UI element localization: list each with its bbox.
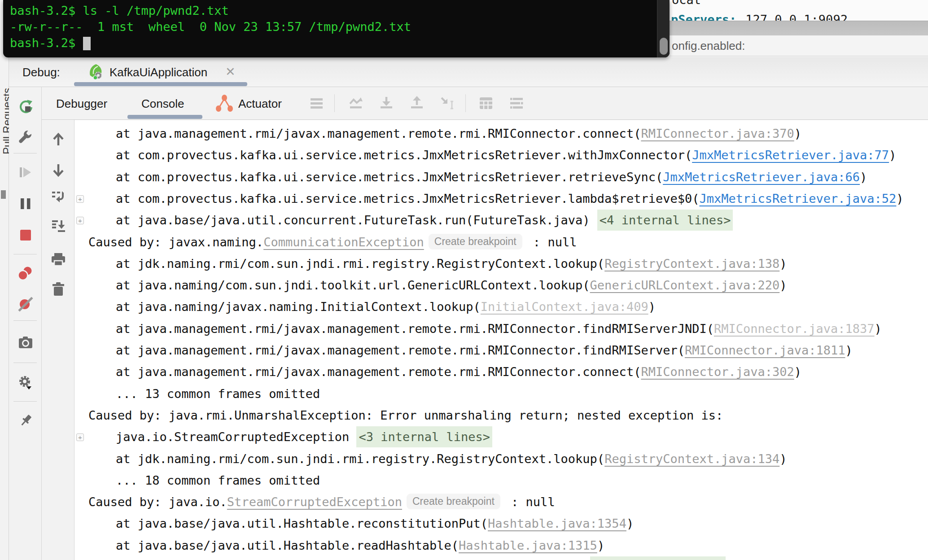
stack-trace-line: at java.base/java.util.concurrent.Future…: [116, 210, 733, 231]
close-icon[interactable]: ✕: [225, 65, 236, 79]
toolbar-separator: [13, 254, 37, 254]
stack-text: at java.naming/javax.naming.InitialConte…: [116, 300, 481, 314]
pause-icon[interactable]: [18, 196, 34, 212]
stack-trace-line: at java.management.rmi/javax.management.…: [116, 361, 801, 383]
source-link[interactable]: JmxMetricsRetriever.java:77: [692, 148, 889, 162]
evaluate-grid-icon[interactable]: [478, 95, 494, 111]
source-link[interactable]: Hashtable.java:1354: [488, 516, 626, 530]
stack-text: ): [779, 452, 787, 466]
stack-trace-line: at jdk.naming.rmi/com.sun.jndi.rmi.regis…: [116, 253, 787, 275]
tab-kafkauiapplication[interactable]: KafkaUiApplication ✕: [72, 57, 248, 87]
toolbar-separator: [13, 401, 37, 402]
soft-wrap-icon[interactable]: [50, 189, 66, 205]
toolbar-separator: [13, 320, 37, 321]
stack-trace-line: at jdk.naming.rmi/com.sun.jndi.rmi.regis…: [116, 448, 787, 470]
options-menu-icon[interactable]: [309, 95, 325, 111]
print-icon[interactable]: [50, 252, 66, 268]
caused-by-line: Caused by: java.rmi.UnmarshalException: …: [88, 405, 723, 426]
stack-text: at java.base/java.util.concurrent.Future…: [116, 213, 597, 227]
stack-text: ): [845, 343, 853, 357]
source-link[interactable]: RegistryContext.java:138: [604, 257, 779, 271]
toolbar-separator: [334, 94, 335, 112]
rerun-icon[interactable]: [18, 99, 34, 115]
stack-text: at java.base/java.util.Hashtable.readHas…: [116, 538, 459, 552]
mute-breakpoints-icon[interactable]: [18, 296, 34, 312]
jump-to-source-icon[interactable]: [348, 95, 364, 111]
exception-line: java.io.StreamCorruptedException <3 inte…: [116, 426, 492, 448]
scroll-to-end-icon[interactable]: [50, 219, 66, 235]
spring-boot-icon: [88, 63, 104, 80]
fold-expand-icon[interactable]: +: [76, 217, 84, 224]
source-link[interactable]: RegistryContext.java:134: [604, 452, 779, 466]
stack-text: java.io.StreamCorruptedException: [116, 430, 356, 444]
pin-icon[interactable]: [18, 413, 34, 429]
stack-text: Caused by: javax.naming.: [88, 235, 263, 249]
source-link[interactable]: InitialContext.java:409: [481, 300, 648, 314]
stack-text: ): [860, 170, 867, 184]
scroll-up-icon[interactable]: [409, 95, 425, 111]
stop-icon[interactable]: [18, 227, 34, 243]
tab-debugger[interactable]: Debugger: [56, 97, 107, 111]
tool-window-bar: Pull Requests: [0, 57, 9, 560]
settings-gear-icon[interactable]: [18, 375, 34, 391]
stack-text: ): [794, 365, 801, 379]
view-breakpoints-icon[interactable]: [18, 266, 34, 282]
stack-text: ): [889, 148, 896, 162]
debugger-actions-toolbar: [9, 87, 42, 560]
stack-text: at com.provectus.kafka.ui.service.metric…: [116, 170, 663, 184]
stack-text: ): [779, 278, 787, 292]
terminal-prompt: bash-3.2$: [10, 36, 83, 50]
debugger-tabs-bar: Debugger Console Actuator: [42, 87, 928, 120]
terminal-window[interactable]: bash-3.2$ ls -l /tmp/pwnd2.txt -rw-r--r-…: [3, 0, 670, 57]
source-link[interactable]: Hashtable.java:1315: [459, 538, 597, 552]
debug-label: Debug:: [22, 66, 60, 79]
create-breakpoint-badge[interactable]: Create breakpoint: [407, 494, 500, 509]
terminal-output-line: -rw-r--r-- 1 mst wheel 0 Nov 23 13:57 /t…: [10, 20, 411, 34]
navigate-to-caret-icon[interactable]: [439, 95, 455, 111]
terminal-scrollbar-thumb[interactable]: [660, 38, 668, 55]
stack-text: at java.naming/com.sun.jndi.toolkit.url.…: [116, 278, 590, 292]
scroll-down-icon[interactable]: [378, 95, 394, 111]
fold-expand-icon[interactable]: +: [76, 195, 84, 203]
exception-link[interactable]: StreamCorruptedException: [227, 495, 402, 509]
tool-window-bar-icon[interactable]: [1, 190, 6, 199]
stack-trace-line: at java.naming/com.sun.jndi.toolkit.url.…: [116, 275, 787, 296]
create-breakpoint-badge[interactable]: Create breakpoint: [429, 234, 522, 249]
source-link[interactable]: RMIConnector.java:1811: [685, 343, 845, 357]
caused-by-line: Caused by: javax.naming.CommunicationExc…: [88, 232, 577, 253]
wrench-icon[interactable]: [18, 130, 34, 146]
console-output[interactable]: at java.management.rmi/javax.management.…: [74, 120, 928, 560]
source-link[interactable]: JmxMetricsRetriever.java:52: [699, 192, 896, 206]
toolbar-separator: [13, 153, 37, 153]
selected-tab-underline: [74, 82, 247, 86]
resume-icon[interactable]: [18, 164, 34, 180]
terminal-scrollbar-track[interactable]: [657, 0, 670, 57]
stack-text: at com.provectus.kafka.ui.service.metric…: [116, 192, 699, 206]
stack-text: at java.management.rmi/javax.management.…: [116, 127, 641, 140]
source-link[interactable]: RMIConnector.java:370: [641, 127, 794, 140]
stack-trace-line: at java.management.rmi/javax.management.…: [116, 123, 801, 144]
clear-all-trash-icon[interactable]: [50, 281, 66, 298]
stack-text: at java.base/java.util.Hashtable.reconst…: [116, 516, 488, 530]
source-link[interactable]: RMIConnector.java:302: [641, 365, 794, 379]
tab-actuator[interactable]: Actuator: [238, 97, 282, 111]
source-link[interactable]: JmxMetricsRetriever.java:66: [663, 170, 860, 184]
fold-expand-icon[interactable]: +: [76, 433, 84, 441]
terminal-command-line: bash-3.2$ ls -l /tmp/pwnd2.txt: [10, 4, 229, 18]
stack-trace-line: at java.naming/javax.naming.InitialConte…: [116, 296, 656, 318]
frames-omitted-line: ... 18 common frames omitted: [116, 470, 320, 491]
source-link[interactable]: RMIConnector.java:1837: [714, 322, 875, 336]
stack-text: ): [626, 516, 634, 530]
actuator-graph-icon: [214, 94, 234, 113]
stack-text: ): [779, 257, 787, 271]
layout-settings-icon[interactable]: [508, 95, 525, 111]
tab-console[interactable]: Console: [141, 97, 184, 111]
up-stack-trace-icon[interactable]: [50, 131, 66, 148]
camera-icon[interactable]: [18, 335, 34, 351]
source-link[interactable]: GenericURLContext.java:220: [590, 278, 780, 292]
down-stack-trace-icon[interactable]: [50, 162, 66, 178]
caused-by-line: Caused by: java.io.StreamCorruptedExcept…: [88, 491, 555, 513]
stack-text: at jdk.naming.rmi/com.sun.jndi.rmi.regis…: [116, 452, 604, 466]
exception-link[interactable]: CommunicationException: [263, 235, 424, 249]
stack-text: Caused by: java.io.: [88, 495, 227, 509]
